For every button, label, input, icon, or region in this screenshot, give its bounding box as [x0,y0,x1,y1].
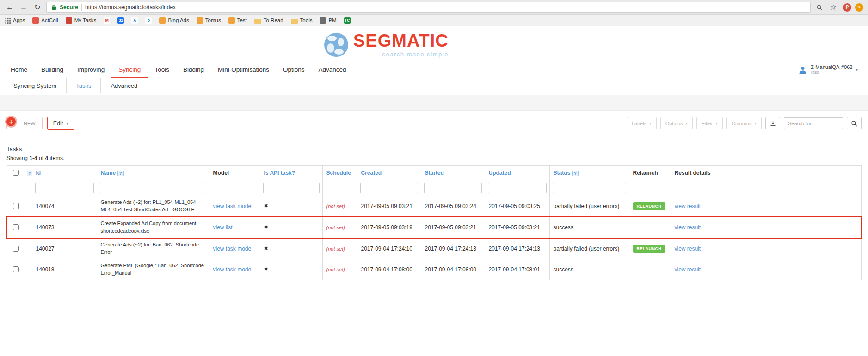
filter-input-name[interactable] [100,183,206,193]
bookmark-icon [197,17,203,24]
bookmark-item-test[interactable]: Test [228,17,247,24]
nav-item-building[interactable]: Building [34,61,70,78]
relaunch-button[interactable]: RELAUNCH [633,202,665,210]
extension-icon-1[interactable]: P [843,3,851,12]
row-checkbox[interactable] [13,266,19,272]
status-cell: partially failed (user errors) [549,238,629,259]
extension-icon-2[interactable]: ✎ [855,3,863,12]
help-column-header: ? [21,166,32,180]
nav-item-improving[interactable]: Improving [70,61,111,78]
tasks-table: ?IdName?ModelIs API task?ScheduleCreated… [6,165,862,280]
model-link[interactable]: view task model [213,246,252,252]
select-all-checkbox[interactable] [13,170,19,176]
nav-item-bidding[interactable]: Bidding [176,61,211,78]
bookmark-item-my-tasks[interactable]: My Tasks [66,17,97,24]
filter-cell [209,180,260,196]
search-button[interactable] [847,117,862,129]
browser-back-button[interactable]: ← [5,4,15,11]
sort-link-name[interactable]: Name [101,170,116,176]
row-checkbox[interactable] [13,224,19,230]
dropdown-label: Options [665,121,683,126]
filter-input-id[interactable] [35,183,94,193]
bookmark-item-tomus[interactable]: Tomus [197,17,221,24]
browser-refresh-button[interactable]: ↻ [32,4,43,11]
search-input[interactable] [784,117,843,129]
table-head: ?IdName?ModelIs API task?ScheduleCreated… [7,166,861,196]
bookmark-item[interactable]: 31 [117,17,124,24]
filter-cell [260,180,322,196]
edit-button[interactable]: Edit ▾ [47,117,74,130]
bookmark-star-icon[interactable]: ☆ [828,3,838,12]
bookmark-item[interactable]: M [104,17,110,24]
plus-icon: + [5,116,17,128]
bookmark-item[interactable]: A [131,17,138,24]
view-result-link[interactable]: view result [675,203,701,209]
toolbar-dropdown-options[interactable]: Options▾ [660,117,693,129]
help-icon: ? [572,171,579,176]
row-checkbox[interactable] [13,203,19,209]
view-result-link[interactable]: view result [675,246,701,252]
model-link[interactable]: view task model [213,266,252,273]
relaunch-button[interactable]: RELAUNCH [633,245,665,253]
row-help-cell [21,196,32,217]
bookmark-item-pm[interactable]: PM [320,17,336,24]
row-checkbox[interactable] [13,246,19,252]
user-menu[interactable]: Z-ManualQA-#062 #280 ▾ [798,61,864,78]
sort-link-schedule[interactable]: Schedule [326,170,351,176]
sub-tab-syncing-system[interactable]: Syncing System [4,78,66,93]
nav-item-mini-optimisations[interactable]: Mini-Optimisations [211,61,276,78]
model-link[interactable]: view task model [213,203,252,209]
table-row: 140018 Generate PML (Google): Ban_062_Sh… [7,259,861,280]
bookmark-label: Tools [300,18,313,23]
started-cell: 2017-09-05 09:03:24 [421,196,485,217]
sub-tab-tasks[interactable]: Tasks [66,78,101,93]
nav-item-options[interactable]: Options [276,61,312,78]
sort-link-started[interactable]: Started [425,170,444,176]
address-bar[interactable]: Secure https://tomus.segmatic.io/tasks/i… [46,2,811,13]
sort-link-updated[interactable]: Updated [489,170,511,176]
filter-input-is-api-task[interactable] [263,183,320,193]
bookmark-item-actcoll[interactable]: ActColl [32,17,58,24]
nav-item-advanced[interactable]: Advanced [312,61,353,78]
filter-input-created[interactable] [360,183,418,193]
filter-input-updated[interactable] [488,183,547,193]
filter-input-status[interactable] [553,183,626,193]
bookmark-item-bing-ads[interactable]: Bing Ads [159,17,189,24]
schedule-cell: (not set) [326,267,345,272]
nav-item-syncing[interactable]: Syncing [111,61,148,78]
zoom-icon[interactable] [814,4,825,11]
chevron-down-icon: ▾ [754,121,757,126]
secure-label: Secure [60,4,78,11]
bookmark-item-apps[interactable]: Apps [5,18,25,24]
bookmark-item-tools[interactable]: Tools [291,18,313,24]
browser-forward-button[interactable]: → [18,4,29,11]
new-button[interactable]: + NEW [6,117,43,129]
model-link[interactable]: view list [213,224,233,231]
model-cell: view list [209,217,260,238]
sub-tab-advanced[interactable]: Advanced [101,78,147,93]
view-result-link[interactable]: view result [675,266,701,273]
result-cell: view result [671,259,861,280]
sort-link-id[interactable]: Id [36,170,41,176]
filter-input-started[interactable] [424,183,482,193]
task-id-cell: 140027 [32,238,97,259]
bookmark-item-to-read[interactable]: To Read [254,18,283,24]
sort-link-status[interactable]: Status [554,170,571,176]
export-button[interactable] [765,117,780,129]
sort-link-created[interactable]: Created [361,170,382,176]
bookmark-item[interactable]: TC [344,17,351,24]
view-result-link[interactable]: view result [675,224,701,231]
nav-item-tools[interactable]: Tools [148,61,176,78]
result-cell: view result [671,238,861,259]
schedule-cell: (not set) [326,225,345,230]
nav-item-home[interactable]: Home [4,61,34,78]
bookmark-item[interactable]: b [145,17,152,24]
schedule-cell-wrap: (not set) [322,238,357,259]
row-help-cell [21,217,32,238]
column-header-created: Created [357,166,421,180]
schedule-cell-wrap: (not set) [322,259,357,280]
toolbar-dropdown-columns[interactable]: Columns▾ [726,117,762,129]
toolbar-dropdown-labels[interactable]: Labels▾ [627,117,657,129]
toolbar-dropdown-filter[interactable]: Filter▾ [696,117,723,129]
sort-link-is-api-task[interactable]: Is API task? [264,170,295,176]
